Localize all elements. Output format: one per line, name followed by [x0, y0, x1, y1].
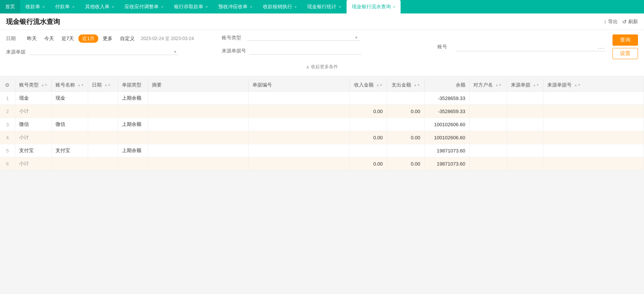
nav-prepay[interactable]: 预收冲应收单 × [213, 0, 257, 13]
cell-account-type: 小计 [15, 157, 51, 170]
cell-source-doc [507, 118, 543, 131]
table-row[interactable]: 5支付宝支付宝上期余额19871073.60 [0, 144, 644, 157]
refresh-label: 刷新 [628, 18, 638, 25]
cell-source-no [543, 118, 644, 131]
nav-payment-close[interactable]: × [72, 4, 74, 9]
table-header-row: ⚙ 账号类型 ▲▼ 账号名称 ▲▼ 日期 ▲▼ 单据类型 摘 [0, 79, 644, 92]
date-opt-yesterday[interactable]: 昨天 [24, 34, 40, 43]
source-doc-select[interactable]: ▼ [29, 49, 179, 55]
nav-adjustment[interactable]: 应收应付调整单 × [119, 0, 168, 13]
cell-voucher-type: 上期余额 [118, 118, 148, 131]
date-opt-custom[interactable]: 自定义 [117, 34, 138, 43]
date-opt-more[interactable]: 更多 [100, 34, 116, 43]
sort-account-type[interactable]: ▲▼ [41, 84, 48, 87]
cell-account-type: 支付宝 [15, 144, 51, 157]
main-table: ⚙ 账号类型 ▲▼ 账号名称 ▲▼ 日期 ▲▼ 单据类型 摘 [0, 79, 644, 170]
refresh-icon: ↺ [622, 19, 627, 25]
query-button[interactable]: 查询 [612, 34, 638, 46]
nav-payment-label: 付款单 [55, 3, 70, 10]
nav-adjustment-label: 应收应付调整单 [125, 3, 159, 10]
th-account-type: 账号类型 ▲▼ [15, 79, 51, 92]
sort-source-no[interactable]: ▲▼ [574, 84, 581, 87]
cell-summary [148, 118, 249, 131]
table-row[interactable]: 3微信微信上期余额100102606.60 [0, 118, 644, 131]
th-voucher-type: 单据类型 [118, 79, 148, 92]
nav-other-income-close[interactable]: × [112, 4, 114, 9]
nav-bank-transfer[interactable]: 银行存取款单 × [169, 0, 213, 13]
export-icon: ↑ [604, 19, 606, 25]
cell-counterpart [469, 118, 507, 131]
account-type-filter-row: 账号类型 ▼ [222, 34, 422, 41]
settings-button[interactable]: 设置 [612, 48, 638, 59]
nav-home[interactable]: 首页 [0, 0, 20, 13]
sort-income[interactable]: ▲▼ [376, 84, 383, 87]
date-opt-1month[interactable]: 近1月 [78, 34, 98, 43]
cell-voucher-type: 上期余额 [118, 92, 148, 105]
cell-source-no [543, 105, 644, 118]
nav-payment[interactable]: 付款单 × [50, 0, 80, 13]
table-container: ⚙ 账号类型 ▲▼ 账号名称 ▲▼ 日期 ▲▼ 单据类型 摘 [0, 79, 644, 170]
cell-date [88, 131, 118, 144]
header-actions: ↑ 导出 ↺ 刷新 [604, 18, 638, 25]
nav-prepay-close[interactable]: × [250, 4, 252, 9]
nav-other-income[interactable]: 其他收入单 × [80, 0, 119, 13]
source-no-input[interactable] [249, 47, 362, 55]
nav-bank-stats-close[interactable]: × [339, 4, 341, 9]
refresh-button[interactable]: ↺ 刷新 [622, 18, 638, 25]
column-settings-icon[interactable]: ⚙ [5, 82, 10, 88]
nav-bank-flow[interactable]: 现金银行流水查询 × [347, 0, 401, 13]
nav-bank-stats[interactable]: 现金银行统计 × [302, 0, 346, 13]
cell-voucher-type [118, 157, 148, 170]
cell-voucher-no [249, 131, 349, 144]
cell-summary [148, 105, 249, 118]
account-type-arrow: ▼ [354, 36, 358, 40]
th-summary-label: 摘要 [152, 82, 162, 88]
account-more-button[interactable]: ... [598, 43, 605, 50]
collapse-bar[interactable]: ∧ 收起更多条件 [6, 62, 638, 73]
th-expense-label: 支出金额 [392, 82, 411, 88]
nav-collection[interactable]: 收款核销执行 × [258, 0, 302, 13]
nav-bank-flow-close[interactable]: × [393, 4, 395, 9]
account-label: 账号 [437, 43, 452, 50]
nav-adjustment-close[interactable]: × [161, 4, 163, 9]
cell-index: 5 [0, 144, 15, 157]
cell-expense: 0.00 [387, 157, 424, 170]
th-account-name-label: 账号名称 [56, 82, 75, 88]
sort-source-doc[interactable]: ▲▼ [533, 84, 539, 87]
cell-source-doc [507, 144, 543, 157]
th-source-doc-label: 来源单据 [511, 82, 530, 88]
export-button[interactable]: ↑ 导出 [604, 18, 618, 25]
nav-receipt-close[interactable]: × [42, 4, 45, 9]
sort-date[interactable]: ▲▼ [104, 84, 111, 87]
nav-receipt-label: 收款单 [26, 3, 40, 10]
nav-bank-transfer-close[interactable]: × [206, 4, 208, 9]
th-income-label: 收入金额 [354, 82, 374, 88]
nav-bank-flow-label: 现金银行流水查询 [352, 3, 391, 10]
cell-balance: -3528659.33 [424, 105, 469, 118]
cell-summary [148, 144, 249, 157]
th-account-name: 账号名称 ▲▼ [51, 79, 88, 92]
sort-account-name[interactable]: ▲▼ [78, 84, 84, 87]
sort-counterpart[interactable]: ▲▼ [495, 84, 502, 87]
cell-source-no [543, 157, 644, 170]
table-row[interactable]: 2小计0.000.00-3528659.33 [0, 105, 644, 118]
table-row[interactable]: 4小计0.000.00100102606.60 [0, 131, 644, 144]
collapse-label: 收起更多条件 [311, 64, 338, 70]
th-expense: 支出金额 ▲▼ [387, 79, 424, 92]
page-title: 现金银行流水查询 [6, 17, 60, 26]
cell-index: 2 [0, 105, 15, 118]
date-opt-today[interactable]: 今天 [41, 34, 57, 43]
cell-source-no [543, 144, 644, 157]
source-doc-arrow: ▼ [173, 50, 177, 54]
cell-summary [148, 157, 249, 170]
account-type-select[interactable]: ▼ [247, 35, 360, 41]
table-row[interactable]: 1现金现金上期余额-3528659.33 [0, 92, 644, 105]
cell-index: 1 [0, 92, 15, 105]
nav-collection-close[interactable]: × [294, 4, 297, 9]
cell-account-name [51, 105, 88, 118]
date-opt-7days[interactable]: 近7天 [59, 34, 77, 43]
sort-expense[interactable]: ▲▼ [414, 84, 420, 87]
cell-account-type: 现金 [15, 92, 51, 105]
nav-receipt[interactable]: 收款单 × [20, 0, 50, 13]
table-row[interactable]: 6小计0.000.0019871073.60 [0, 157, 644, 170]
